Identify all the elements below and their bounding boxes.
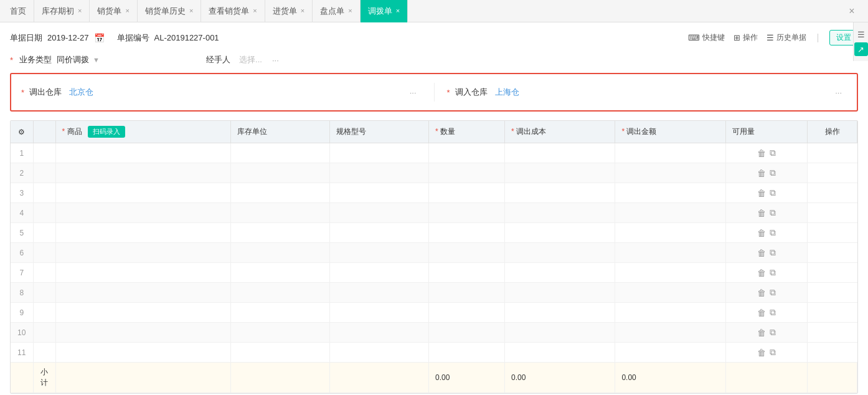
in-warehouse-more-icon[interactable]: ··· (830, 88, 847, 97)
row-2-qty[interactable] (330, 163, 429, 183)
delete-icon-3[interactable]: 🗑 (757, 188, 766, 198)
business-type-select[interactable]: 同价调拨 ▼ (57, 54, 181, 65)
row-4-qty[interactable] (330, 203, 429, 223)
row-4-cost[interactable] (428, 203, 504, 223)
row-3-cost[interactable] (428, 183, 504, 203)
out-warehouse-more-icon[interactable]: ··· (405, 88, 422, 97)
tab-sales-close[interactable]: × (125, 7, 129, 14)
in-warehouse-value[interactable]: 上海仓 (495, 87, 519, 98)
table-scroll-area[interactable]: ⚙ * 商品 扫码录入 库存单位 规格型号 (11, 121, 857, 393)
th-amount: * 调出金额 (615, 121, 725, 143)
tab-inventory-close[interactable]: × (348, 7, 352, 14)
row-4-product[interactable] (33, 203, 55, 223)
person-input[interactable]: 选择... (239, 54, 262, 65)
tab-sales-history[interactable]: 销货单历史 × (138, 0, 201, 22)
delete-icon-10[interactable]: 🗑 (757, 328, 766, 338)
row-3-product[interactable] (33, 183, 55, 203)
row-9-cost[interactable] (428, 303, 504, 323)
tab-home[interactable]: 首页 (5, 0, 34, 22)
row-9-product[interactable] (33, 303, 55, 323)
row-3-qty[interactable] (330, 183, 429, 203)
person-more-icon[interactable]: ··· (267, 55, 284, 65)
copy-icon-3[interactable]: ⧉ (770, 188, 776, 198)
row-2-product[interactable] (33, 163, 55, 183)
copy-icon-1[interactable]: ⧉ (770, 148, 776, 158)
row-5-qty[interactable] (330, 223, 429, 243)
tab-sales-history-close[interactable]: × (189, 7, 193, 14)
row-6-qty[interactable] (330, 243, 429, 263)
delete-icon-5[interactable]: 🗑 (757, 228, 766, 238)
tab-transfer-close[interactable]: × (396, 7, 400, 14)
row-5-cost[interactable] (428, 223, 504, 243)
delete-icon-4[interactable]: 🗑 (757, 208, 766, 218)
tab-stock-init[interactable]: 库存期初 × (34, 0, 90, 22)
th-cost: * 调出成本 (505, 121, 615, 143)
tab-sales[interactable]: 销货单 × (90, 0, 137, 22)
copy-icon-7[interactable]: ⧉ (770, 267, 776, 278)
delete-icon-1[interactable]: 🗑 (757, 148, 766, 158)
copy-icon-9[interactable]: ⧉ (770, 307, 776, 318)
delete-icon-2[interactable]: 🗑 (757, 168, 766, 178)
in-warehouse-group: * 调入仓库 上海仓 ··· (447, 87, 847, 98)
row-8-qty[interactable] (330, 283, 429, 303)
row-8-unit (55, 283, 231, 303)
sidebar-list-icon[interactable]: ☰ (854, 27, 868, 41)
out-warehouse-value[interactable]: 北京仓 (69, 87, 93, 98)
row-8-product[interactable] (33, 283, 55, 303)
row-7-qty[interactable] (330, 263, 429, 283)
row-1-qty[interactable] (330, 143, 429, 163)
th-gear[interactable]: ⚙ (11, 121, 33, 143)
row-1-cost[interactable] (428, 143, 504, 163)
delete-icon-6[interactable]: 🗑 (757, 248, 766, 258)
delete-icon-11[interactable]: 🗑 (757, 348, 766, 358)
calendar-icon[interactable]: 📅 (94, 33, 105, 43)
th-available: 可用量 (725, 121, 807, 143)
row-5-product[interactable] (33, 223, 55, 243)
row-10-product[interactable] (33, 323, 55, 343)
tab-transfer[interactable]: 调拨单 × (361, 0, 408, 22)
row-10-qty[interactable] (330, 323, 429, 343)
copy-icon-11[interactable]: ⧉ (770, 347, 776, 358)
row-num-5: 5 (11, 223, 33, 243)
row-6-product[interactable] (33, 243, 55, 263)
row-10-available (615, 323, 725, 343)
scan-button[interactable]: 扫码录入 (88, 126, 125, 138)
row-9-qty[interactable] (330, 303, 429, 323)
operations-action[interactable]: ⊞ 操作 (734, 32, 758, 43)
window-close-button[interactable]: × (841, 0, 863, 22)
row-11-amount (505, 343, 615, 363)
copy-icon-5[interactable]: ⧉ (770, 227, 776, 238)
sidebar-export-icon[interactable]: ↗ (854, 42, 868, 56)
row-11-qty[interactable] (330, 343, 429, 363)
delete-icon-8[interactable]: 🗑 (757, 288, 766, 298)
copy-icon-10[interactable]: ⧉ (770, 327, 776, 338)
tab-inventory[interactable]: 盘点单 × (313, 0, 360, 22)
row-7-cost[interactable] (428, 263, 504, 283)
copy-icon-8[interactable]: ⧉ (770, 287, 776, 298)
shortcuts-action[interactable]: ⌨ 快捷键 (688, 32, 725, 43)
tab-stock-init-close[interactable]: × (78, 7, 82, 14)
row-6-cost[interactable] (428, 243, 504, 263)
subtotal-label: 小计 (40, 368, 48, 387)
row-11-cost[interactable] (428, 343, 504, 363)
row-2-cost[interactable] (428, 163, 504, 183)
history-action[interactable]: ☰ 历史单据 (767, 32, 806, 43)
copy-icon-6[interactable]: ⧉ (770, 247, 776, 258)
row-4-spec (231, 203, 330, 223)
row-11-product[interactable] (33, 343, 55, 363)
delete-icon-9[interactable]: 🗑 (757, 308, 766, 318)
warehouse-section: * 调出仓库 北京仓 ··· * 调入仓库 上海仓 ··· (10, 73, 858, 112)
row-8-cost[interactable] (428, 283, 504, 303)
delete-icon-7[interactable]: 🗑 (757, 268, 766, 278)
tab-purchase[interactable]: 进货单 × (265, 0, 313, 22)
copy-icon-2[interactable]: ⧉ (770, 168, 776, 178)
row-7-product[interactable] (33, 263, 55, 283)
form-header: 单据日期 2019-12-27 📅 单据编号 AL-20191227-001 ⌨… (10, 30, 858, 45)
copy-icon-4[interactable]: ⧉ (770, 207, 776, 218)
tab-view-sales[interactable]: 查看销货单 × (201, 0, 265, 22)
date-value[interactable]: 2019-12-27 (47, 33, 89, 42)
row-1-product[interactable] (33, 143, 55, 163)
tab-purchase-close[interactable]: × (301, 7, 304, 14)
tab-view-sales-close[interactable]: × (253, 7, 257, 14)
row-10-cost[interactable] (428, 323, 504, 343)
